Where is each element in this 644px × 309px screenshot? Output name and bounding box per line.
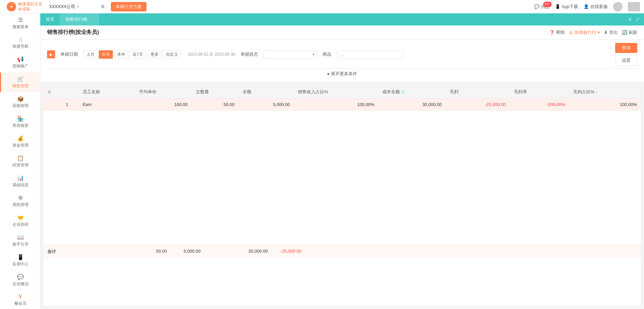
online-service-label: 在线客服 bbox=[590, 4, 608, 10]
header-settings-button[interactable]: ⚙ bbox=[98, 2, 108, 11]
cell-settings bbox=[43, 99, 55, 111]
main-layout: ☰ 搜索菜单 ⌂ 快捷导航 📢 营销推广 🛒 销售管理 📦 采购管理 🏪 库存核… bbox=[0, 13, 644, 309]
teal-tab-bar: 首页 销售排行榜 × ✕ ⤢ bbox=[40, 13, 644, 25]
date-custom-btn[interactable]: 自定义 bbox=[163, 50, 181, 59]
sidebar-item-label: 畅会员 bbox=[14, 301, 27, 306]
sidebar-item-sales[interactable]: 🛒 销售管理 bbox=[0, 72, 40, 92]
tab-bar-right: ✕ ⤢ bbox=[628, 13, 644, 25]
sales-icon: 🛒 bbox=[17, 76, 24, 82]
export-icon: ⬇ bbox=[604, 30, 608, 35]
tab-home[interactable]: 首页 bbox=[40, 13, 60, 25]
data-table: ⚙ 员工名称 平均单价 主数量 全额 销售收入占比% 成本全额 ⓘ 毛利 毛利率… bbox=[43, 86, 641, 111]
sidebar-item-search[interactable]: ☰ 搜索菜单 bbox=[0, 13, 40, 33]
tab-close-window-icon[interactable]: ✕ bbox=[628, 16, 632, 22]
expand-label: 展开更多条件 bbox=[331, 71, 357, 77]
tab-active-label: 销售排行榜 bbox=[66, 16, 87, 22]
status-select[interactable] bbox=[263, 50, 317, 59]
cell-main-qty: 50.00 bbox=[192, 99, 239, 111]
search-button[interactable]: 查询 bbox=[615, 43, 637, 53]
home-icon: ⌂ bbox=[19, 37, 22, 43]
date-curr-month-btn[interactable]: 本月 bbox=[99, 50, 113, 59]
footer-label: 合计 bbox=[47, 249, 88, 255]
trial-button[interactable]: 体验行业方案 bbox=[111, 2, 146, 11]
sidebar-item-apps[interactable]: 📱 应用中心 bbox=[0, 251, 40, 270]
download-icon: 📱 bbox=[555, 4, 560, 9]
sidebar-item-guide[interactable]: 📖 新手引导 bbox=[0, 231, 40, 251]
date-label: 单据日期 bbox=[60, 51, 78, 57]
sidebar-item-member[interactable]: V 畅会员 bbox=[0, 290, 40, 309]
footer-sales-pct-spacer bbox=[209, 249, 242, 255]
goods-label: 商品 bbox=[323, 51, 331, 57]
app-logo-text: 畅康通好生意 标准版 bbox=[18, 2, 42, 11]
online-service-button[interactable]: 👤 在线客服 bbox=[584, 4, 608, 10]
sidebar-item-label: 新手引导 bbox=[12, 242, 29, 247]
col-cost: 成本全额 ⓘ bbox=[378, 86, 446, 99]
corp-icon: 🤝 bbox=[17, 214, 24, 221]
member-icon: V bbox=[18, 294, 23, 300]
print-icon: 🖨 bbox=[569, 30, 573, 35]
sidebar-item-label: 基础信息 bbox=[12, 182, 29, 188]
sidebar-item-purchase[interactable]: 📦 采购管理 bbox=[0, 92, 40, 112]
top-header: ☀ 畅康通好生意 标准版 XXXXXX公司 ▾ ⚙ 体验行业方案 💬 消息 99… bbox=[0, 0, 644, 13]
export-button[interactable]: ⬇ 导出 bbox=[604, 30, 618, 36]
sidebar-item-system[interactable]: ⚙ 系统管理 bbox=[0, 191, 40, 211]
cell-name: Eam bbox=[79, 99, 135, 111]
sidebar-item-label: 快捷导航 bbox=[12, 44, 29, 49]
refresh-label: 刷新 bbox=[629, 30, 637, 36]
app-download-button[interactable]: 📱 App下载 bbox=[555, 4, 578, 10]
user-name-area bbox=[628, 2, 640, 11]
table-header-row: ⚙ 员工名称 平均单价 主数量 全额 销售收入占比% 成本全额 ⓘ 毛利 毛利率… bbox=[43, 86, 641, 99]
goods-input[interactable] bbox=[337, 50, 404, 59]
sidebar-item-corp[interactable]: 🤝 企业协同 bbox=[0, 211, 40, 231]
col-amount: 全额 bbox=[239, 86, 294, 99]
message-icon: 💬 bbox=[534, 4, 540, 9]
company-selector[interactable]: XXXXXX公司 ▾ bbox=[49, 4, 96, 10]
tab-sales-ranking[interactable]: 销售排行榜 × bbox=[60, 13, 99, 25]
help-button[interactable]: ❓ 帮助 bbox=[549, 30, 565, 36]
sidebar-item-basic[interactable]: 📊 基础信息 bbox=[0, 171, 40, 191]
col-rank bbox=[55, 86, 79, 99]
cell-avg-price: 100.00 bbox=[135, 99, 191, 111]
tab-close-icon[interactable]: × bbox=[91, 17, 93, 22]
sidebar-item-label: 系统管理 bbox=[12, 202, 29, 208]
table-empty-space bbox=[43, 111, 641, 245]
data-table-wrapper: ⚙ 员工名称 平均单价 主数量 全额 销售收入占比% 成本全额 ⓘ 毛利 毛利率… bbox=[43, 85, 641, 306]
operations-icon: 📋 bbox=[17, 155, 24, 161]
filter-collapse-button[interactable]: ▶ bbox=[47, 50, 55, 58]
print-chevron-icon: ▾ bbox=[598, 30, 600, 35]
footer-spacer-avgprice bbox=[115, 249, 141, 255]
sidebar-item-marketing[interactable]: 📢 营销推广 bbox=[0, 53, 40, 72]
help-icon: ❓ bbox=[549, 30, 555, 35]
user-avatar[interactable] bbox=[613, 2, 622, 11]
sidebar-item-label: 企业协同 bbox=[12, 222, 29, 227]
sidebar-item-label: 经营管理 bbox=[12, 162, 29, 168]
col-settings[interactable]: ⚙ bbox=[43, 86, 55, 99]
expand-conditions-button[interactable]: ▾ 展开更多条件 bbox=[47, 68, 637, 79]
sidebar-item-inventory[interactable]: 🏪 库存核算 bbox=[0, 112, 40, 132]
purchase-icon: 📦 bbox=[17, 96, 24, 102]
sidebar-item-shortcut[interactable]: ⌂ 快捷导航 bbox=[0, 33, 40, 53]
footer-spacer-name bbox=[88, 249, 115, 255]
col-gross-rate: 毛利率 bbox=[510, 86, 569, 99]
sidebar-item-operations[interactable]: 📋 经营管理 bbox=[0, 152, 40, 171]
date-year-btn[interactable]: 本年 bbox=[114, 50, 128, 59]
col-sales-pct: 销售收入占比% bbox=[294, 86, 378, 99]
date-more-btn[interactable]: 更多 bbox=[147, 50, 162, 59]
refresh-icon: 🔄 bbox=[622, 30, 627, 35]
date-prev-month-btn[interactable]: 上月 bbox=[83, 50, 97, 59]
date-7days-btn[interactable]: 近7天 bbox=[130, 50, 146, 59]
system-icon: ⚙ bbox=[18, 195, 23, 201]
message-button[interactable]: 💬 消息 99+ bbox=[534, 4, 550, 10]
guide-icon: 📖 bbox=[17, 234, 24, 241]
footer-cost: 30,000.00 bbox=[242, 249, 276, 255]
col-main-qty: 主数量 bbox=[192, 86, 239, 99]
refresh-button[interactable]: 🔄 刷新 bbox=[622, 30, 637, 36]
message-badge: 99+ bbox=[543, 2, 552, 7]
wechat-icon: 💬 bbox=[17, 274, 24, 280]
print-button[interactable]: 🖨 按模板打印 ▾ bbox=[569, 30, 600, 36]
settings-button[interactable]: 设置 bbox=[615, 55, 637, 66]
sidebar-item-wechat[interactable]: 💬 企业微信 bbox=[0, 270, 40, 290]
sidebar-item-finance[interactable]: 💰 资金管理 bbox=[0, 132, 40, 152]
tab-maximize-icon[interactable]: ⤢ bbox=[636, 16, 640, 22]
sidebar-item-label: 应用中心 bbox=[12, 261, 29, 267]
